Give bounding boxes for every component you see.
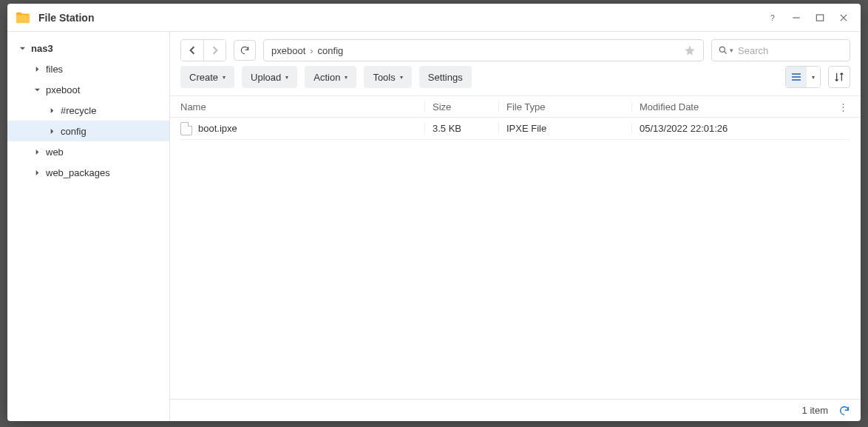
tree-node-config[interactable]: config [7, 121, 169, 141]
main-pane: pxeboot › config ▾ Create [170, 32, 861, 421]
list-view-button[interactable] [786, 67, 807, 87]
button-label: Tools [373, 72, 395, 83]
table-row[interactable]: boot.ipxe 3.5 KB IPXE File 05/13/2022 22… [180, 118, 850, 140]
create-button[interactable]: Create ▾ [180, 66, 234, 88]
column-header-size[interactable]: Size [424, 101, 498, 112]
chevron-down-icon [33, 85, 41, 94]
tree-node-web-packages[interactable]: web_packages [7, 162, 169, 183]
settings-button[interactable]: Settings [419, 66, 472, 88]
caret-down-icon: ▾ [345, 74, 347, 81]
window-title: File Station [38, 12, 94, 24]
search-input[interactable] [738, 45, 862, 56]
tree-label: pxeboot [46, 84, 80, 95]
minimize-button[interactable] [787, 8, 806, 27]
tree-node-recycle[interactable]: #recycle [7, 100, 169, 121]
favorite-toggle[interactable] [684, 44, 696, 56]
column-header-name[interactable]: Name [180, 101, 424, 112]
view-mode-group: ▾ [785, 66, 821, 88]
forward-button[interactable] [203, 40, 226, 61]
breadcrumb-separator-icon: › [310, 45, 313, 56]
button-label: Settings [428, 72, 463, 83]
chevron-right-icon [47, 127, 56, 135]
caret-down-icon: ▾ [223, 74, 226, 81]
action-button[interactable]: Action ▾ [305, 66, 356, 88]
search-icon [718, 45, 728, 56]
tree-label: files [46, 64, 63, 75]
app-icon [15, 10, 31, 26]
tree-node-web[interactable]: web [7, 141, 169, 162]
file-station-window: File Station ? nas3 [7, 4, 861, 421]
file-grid: Name Size File Type Modified Date ⋮ boot… [170, 95, 861, 399]
chevron-right-icon [33, 64, 41, 73]
view-mode-dropdown[interactable]: ▾ [807, 67, 820, 87]
maximize-button[interactable] [810, 8, 830, 27]
tree-label: config [61, 126, 87, 137]
file-icon [180, 122, 192, 135]
svg-rect-2 [816, 14, 823, 20]
chevron-right-icon [47, 106, 56, 115]
column-header-type[interactable]: File Type [498, 101, 631, 112]
close-button[interactable] [834, 8, 853, 27]
navigation-toolbar: pxeboot › config ▾ [170, 32, 861, 66]
svg-text:?: ? [770, 13, 775, 21]
column-menu-button[interactable]: ⋮ [835, 101, 850, 112]
tree-node-pxeboot[interactable]: pxeboot [7, 79, 169, 100]
svg-rect-1 [793, 17, 799, 18]
button-label: Upload [251, 72, 281, 83]
refresh-button[interactable] [838, 405, 850, 417]
reload-button[interactable] [234, 40, 256, 61]
nav-history-group [180, 39, 226, 61]
sort-button[interactable] [828, 66, 850, 88]
folder-tree: nas3 files pxeboot #recycle [7, 32, 170, 421]
item-count: 1 item [802, 405, 828, 416]
grid-header: Name Size File Type Modified Date ⋮ [170, 95, 861, 118]
tree-label: #recycle [61, 105, 96, 116]
tree-label: nas3 [31, 43, 53, 54]
file-modified: 05/13/2022 22:01:26 [631, 123, 835, 134]
file-size: 3.5 KB [424, 123, 498, 134]
chevron-right-icon [33, 168, 41, 177]
action-toolbar: Create ▾ Upload ▾ Action ▾ Tools ▾ Setti… [170, 66, 861, 95]
back-button[interactable] [181, 40, 203, 61]
caret-down-icon: ▾ [400, 74, 403, 81]
status-bar: 1 item [170, 399, 861, 421]
upload-button[interactable]: Upload ▾ [242, 66, 297, 88]
help-button[interactable]: ? [763, 8, 782, 27]
tree-label: web_packages [46, 167, 110, 178]
button-label: Action [313, 72, 340, 83]
column-header-modified[interactable]: Modified Date [631, 101, 835, 112]
search-box[interactable]: ▾ [711, 39, 850, 61]
svg-point-3 [719, 47, 725, 52]
tools-button[interactable]: Tools ▾ [364, 66, 411, 88]
breadcrumb-item[interactable]: pxeboot [271, 45, 305, 56]
tree-label: web [46, 147, 64, 158]
breadcrumb-item[interactable]: config [318, 45, 344, 56]
chevron-right-icon [33, 147, 41, 156]
file-type: IPXE File [498, 123, 631, 134]
button-label: Create [189, 72, 218, 83]
caret-down-icon: ▾ [285, 74, 288, 81]
grid-body: boot.ipxe 3.5 KB IPXE File 05/13/2022 22… [170, 118, 861, 399]
file-name: boot.ipxe [198, 123, 237, 134]
breadcrumb: pxeboot › config [263, 39, 704, 61]
chevron-down-icon [18, 44, 27, 53]
tree-node-root[interactable]: nas3 [7, 38, 169, 58]
titlebar: File Station ? [7, 4, 861, 32]
tree-node-files[interactable]: files [7, 58, 169, 79]
search-options-caret-icon[interactable]: ▾ [730, 47, 733, 54]
